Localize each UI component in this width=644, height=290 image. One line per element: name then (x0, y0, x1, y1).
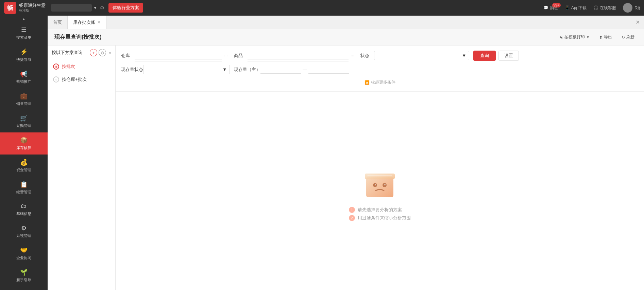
box-icon: 📦 (20, 137, 28, 144)
sidebar-label-purchase: 采购管理 (16, 123, 31, 128)
status-filter-group: 状态 ▼ (360, 51, 469, 60)
page-body: 按以下方案查询 + ⊙ « ● 按批次 ○ 按仓库+批次 (48, 46, 644, 290)
sidebar-label-marketing: 营销推广 (16, 79, 31, 84)
printer-icon: 🖨 (559, 35, 563, 40)
messages-button[interactable]: 💬 消息 99+ (543, 5, 558, 11)
product-label: 商品 (234, 53, 248, 59)
sidebar-scroll-up[interactable]: ▲ (0, 16, 48, 22)
tab-close-button[interactable]: ✕ (97, 20, 101, 24)
sidebar-label-search: 搜索菜单 (16, 35, 31, 40)
scheme-by-warehouse-batch-item[interactable]: ○ 按仓库+批次 (48, 73, 115, 86)
app-download-button[interactable]: 📱 App下载 (565, 5, 587, 11)
sidebar-item-quicknav[interactable]: ⚡ 快捷导航 (0, 44, 48, 66)
refresh-label: 刷新 (626, 34, 634, 40)
user-menu[interactable]: Rit (623, 3, 640, 13)
hint-num-1: 1 (349, 207, 355, 213)
briefcase-icon: 💼 (20, 92, 28, 100)
topbar-gear-icon[interactable]: ⚙ (100, 5, 104, 11)
handshake-icon: 🤝 (20, 247, 28, 254)
settings-button[interactable]: 设置 (498, 51, 519, 61)
inventory-qty-max-input[interactable] (308, 66, 349, 74)
app-download-icon: 📱 (565, 5, 570, 10)
refresh-button[interactable]: ↻ 刷新 (619, 33, 637, 41)
sidebar-item-search[interactable]: ☰ 搜索菜单 (0, 22, 48, 44)
warehouse-more-button[interactable]: ··· (222, 52, 230, 59)
topbar: 畅 畅康通好生意 标准版 ▼ ⚙ 体验行业方案 💬 消息 99+ 📱 App下载… (0, 0, 644, 16)
cart-icon: 🛒 (20, 114, 28, 122)
folder-icon: 🗂 (21, 203, 27, 210)
sidebar-item-finance[interactable]: 💰 资金管理 (0, 155, 48, 177)
scheme-by-batch-item[interactable]: ● 按批次 (48, 60, 115, 73)
inventory-qty-group: 现存量（主） — (234, 66, 356, 74)
filter-row-2: 现存量状态 ▼ 现存量（主） — (121, 65, 639, 74)
brand-name: 畅康通好生意 (19, 3, 46, 8)
topbar-search-area: ▼ ⚙ (51, 4, 104, 12)
product-filter-group: 商品 ··· (234, 50, 356, 61)
scheme-settings-button[interactable]: ⊙ (99, 49, 106, 56)
sidebar: ▲ ☰ 搜索菜单 ⚡ 快捷导航 📢 营销推广 💼 销售管理 🛒 采购管理 📦 库… (0, 16, 48, 290)
app-brand: 畅康通好生意 标准版 (19, 3, 46, 13)
empty-state-illustration (359, 161, 400, 201)
status-dropdown[interactable]: ▼ (374, 51, 469, 60)
sidebar-label-basic: 基础信息 (16, 211, 31, 216)
user-name: Rit (634, 5, 640, 11)
product-more-button[interactable]: ··· (349, 52, 356, 59)
headset-icon: 🎧 (593, 5, 598, 10)
app-download-label: App下载 (571, 5, 587, 11)
hint-num-2: 2 (349, 215, 355, 221)
refresh-icon: ↻ (622, 35, 625, 40)
inventory-qty-separator: — (301, 67, 308, 72)
page-header: 现存量查询(按批次) 🖨 按模板打印 ▼ ⬆ 导出 ↻ 刷新 (48, 29, 644, 46)
warehouse-label: 仓库 (121, 53, 135, 59)
sidebar-item-appstore[interactable]: 📱 应用中心 (0, 287, 48, 290)
empty-hint: 1 请先选择要分析的方案 2 用过滤条件来缩小分析范围 (349, 207, 411, 221)
online-service-button[interactable]: 🎧 在线客服 (593, 5, 616, 11)
product-input[interactable] (248, 51, 349, 59)
print-template-label: 按模板打印 (564, 34, 585, 40)
sidebar-item-inventory[interactable]: 📦 库存核算 (0, 132, 48, 155)
export-icon: ⬆ (599, 35, 603, 40)
warehouse-input[interactable] (135, 51, 222, 59)
app-logo: 畅 (4, 2, 16, 14)
messages-badge: 99+ (552, 3, 561, 7)
inventory-status-dropdown-icon: ▼ (222, 67, 227, 72)
scheme-by-warehouse-batch-label: 按仓库+批次 (62, 76, 87, 83)
sidebar-label-inventory: 库存核算 (16, 145, 31, 150)
money-icon: 💰 (20, 159, 28, 166)
sidebar-label-finance: 资金管理 (16, 167, 31, 173)
inventory-status-group: 现存量状态 ▼ (121, 65, 230, 74)
collapse-filter-button[interactable]: 🔼 收起更多条件 (121, 77, 639, 87)
inventory-qty-min-input[interactable] (260, 66, 301, 74)
topbar-search-input[interactable] (51, 4, 92, 12)
sidebar-item-purchase[interactable]: 🛒 采购管理 (0, 110, 48, 132)
topbar-dropdown-button[interactable]: ▼ (93, 5, 97, 10)
svg-point-5 (384, 184, 386, 185)
sidebar-item-enterprise[interactable]: 🤝 企业协同 (0, 242, 48, 265)
sidebar-item-system[interactable]: ⚙ 系统管理 (0, 220, 48, 242)
message-icon: 💬 (543, 5, 548, 10)
tab-home[interactable]: 首页 (48, 16, 68, 29)
page-title: 现存量查询(按批次) (54, 34, 102, 41)
sidebar-item-operation[interactable]: 📋 经营管理 (0, 177, 48, 199)
experience-industry-button[interactable]: 体验行业方案 (108, 3, 143, 13)
query-button[interactable]: 查询 (473, 51, 496, 61)
empty-hint-1: 1 请先选择要分析的方案 (349, 207, 411, 213)
product-input-container (248, 50, 349, 61)
add-scheme-button[interactable]: + (90, 49, 97, 56)
sidebar-item-basic[interactable]: 🗂 基础信息 (0, 199, 48, 220)
inventory-status-dropdown[interactable]: ▼ (143, 65, 230, 74)
export-button[interactable]: ⬆ 导出 (596, 33, 615, 41)
sidebar-item-marketing[interactable]: 📢 营销推广 (0, 66, 48, 88)
empty-state-visual (359, 161, 400, 201)
filter-row-1: 仓库 ··· 商品 ··· (121, 50, 639, 61)
content-area: 首页 库存批次账 ✕ ✕ 现存量查询(按批次) 🖨 按模板打印 ▼ ⬆ 导出 (48, 16, 644, 290)
print-template-button[interactable]: 🖨 按模板打印 ▼ (556, 33, 592, 41)
tab-close-right-button[interactable]: ✕ (631, 19, 644, 25)
left-panel-header: 按以下方案查询 + ⊙ « (48, 46, 115, 60)
svg-rect-1 (365, 174, 395, 179)
collapse-panel-button[interactable]: « (109, 50, 111, 55)
sidebar-item-sales[interactable]: 💼 销售管理 (0, 88, 48, 110)
sidebar-item-guide[interactable]: 🌱 新手引导 (0, 265, 48, 287)
scheme-by-warehouse-batch-icon: ○ (53, 76, 59, 83)
tab-inventory-batch[interactable]: 库存批次账 ✕ (68, 16, 106, 29)
